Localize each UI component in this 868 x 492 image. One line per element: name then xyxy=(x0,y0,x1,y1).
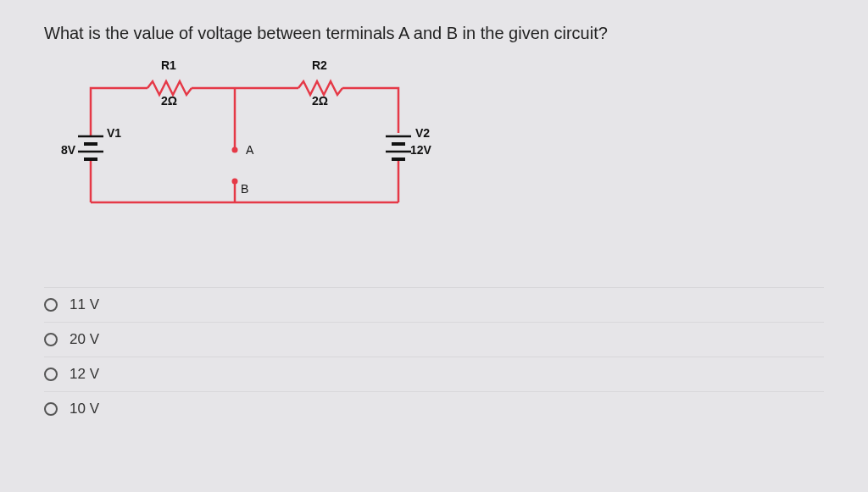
svg-point-9 xyxy=(232,179,238,185)
v2-value: 12V xyxy=(410,143,431,157)
v2-name: V2 xyxy=(415,126,430,140)
question-text: What is the value of voltage between ter… xyxy=(44,24,824,43)
option-label: 10 V xyxy=(70,401,99,417)
circuit-diagram: R1 2Ω R2 2Ω V1 8V V2 12V A B xyxy=(44,58,468,245)
node-b-label: B xyxy=(241,182,248,196)
v1-name: V1 xyxy=(107,126,121,140)
option-row[interactable]: 20 V xyxy=(44,322,824,357)
r1-value: 2Ω xyxy=(161,94,177,108)
answer-options: 11 V 20 V 12 V 10 V xyxy=(44,287,824,426)
radio-icon[interactable] xyxy=(44,402,58,416)
option-label: 11 V xyxy=(70,296,99,313)
circuit-svg xyxy=(44,58,468,245)
radio-icon[interactable] xyxy=(44,333,58,346)
svg-point-8 xyxy=(232,147,238,153)
radio-icon[interactable] xyxy=(44,298,58,312)
option-label: 12 V xyxy=(70,366,99,383)
option-row[interactable]: 11 V xyxy=(44,287,824,322)
node-a-label: A xyxy=(246,143,253,157)
r2-name: R2 xyxy=(312,58,327,72)
v1-value: 8V xyxy=(61,143,75,157)
option-row[interactable]: 12 V xyxy=(44,357,824,391)
radio-icon[interactable] xyxy=(44,368,58,381)
r2-value: 2Ω xyxy=(312,94,328,108)
option-label: 20 V xyxy=(70,331,99,348)
option-row[interactable]: 10 V xyxy=(44,391,824,426)
r1-name: R1 xyxy=(161,58,176,72)
